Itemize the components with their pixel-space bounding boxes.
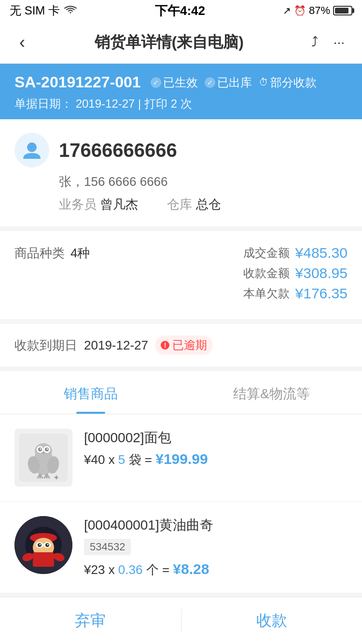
category-value: 4种 bbox=[70, 245, 90, 262]
status-bar: 无 SIM 卡 下午4:42 ↗ ⏰ 87% bbox=[0, 0, 362, 21]
product-name-1: [0000002]面包 bbox=[84, 429, 348, 447]
location-icon: ↗ bbox=[283, 5, 291, 16]
page-title: 销货单详情(来自电脑) bbox=[95, 32, 244, 53]
svg-point-9 bbox=[47, 448, 48, 450]
wifi-icon bbox=[64, 4, 77, 17]
product-equal-2: = bbox=[162, 562, 173, 577]
share-button[interactable]: ⤴ bbox=[308, 32, 321, 53]
banner-row2: 单据日期： 2019-12-27 | 打印 2 次 bbox=[14, 96, 348, 112]
product-total-2: ¥8.28 bbox=[173, 561, 209, 577]
due-section: 收款到期日 2019-12-27 ! 已逾期 bbox=[0, 324, 362, 366]
status-tag-effective: ✓ 已生效 bbox=[151, 75, 198, 90]
received-label: 收款金额 bbox=[243, 266, 290, 281]
received-value: ¥308.95 bbox=[295, 265, 348, 281]
alarm-icon: ⏰ bbox=[294, 5, 306, 16]
battery-icon bbox=[333, 6, 352, 15]
product-unit-1: 袋 bbox=[129, 452, 141, 467]
product-multiply-1: x bbox=[109, 452, 118, 467]
product-qty-2: 0.36 bbox=[118, 562, 143, 577]
sales-label: 业务员 bbox=[59, 196, 97, 213]
tab-sales-label: 销售商品 bbox=[64, 386, 118, 401]
nav-actions: ⤴ ··· bbox=[308, 32, 348, 53]
svg-point-29 bbox=[47, 544, 49, 546]
amount-label: 成交金额 bbox=[243, 245, 290, 261]
status-shipped-label: 已出库 bbox=[217, 75, 252, 90]
stats-right: 成交金额 ¥485.30 收款金额 ¥308.95 本单欠款 ¥176.35 bbox=[243, 245, 348, 306]
customer-top: 17666666666 bbox=[14, 133, 348, 168]
overdue-badge: ! 已逾期 bbox=[155, 336, 213, 355]
svg-point-0 bbox=[27, 142, 37, 152]
cancel-review-button[interactable]: 弃审 bbox=[0, 597, 181, 644]
avatar bbox=[14, 133, 49, 168]
svg-point-28 bbox=[40, 544, 41, 546]
amount-row: 成交金额 ¥485.30 bbox=[243, 245, 348, 261]
date-label: 单据日期： bbox=[14, 97, 72, 110]
product-price-1: ¥40 bbox=[84, 452, 105, 467]
bottom-bar: 弃审 收款 bbox=[0, 597, 362, 644]
stats-section: 商品种类 4种 成交金额 ¥485.30 收款金额 ¥308.95 本单欠款 ¥… bbox=[0, 231, 362, 319]
carrier-label: 无 SIM 卡 bbox=[10, 3, 60, 18]
sales-meta: 业务员 曾凡杰 bbox=[59, 196, 138, 213]
product-image-1: + bbox=[14, 429, 72, 487]
tab-settlement[interactable]: 结算&物流等 bbox=[181, 371, 362, 414]
status-right: ↗ ⏰ 87% bbox=[283, 4, 352, 17]
svg-rect-30 bbox=[33, 552, 54, 567]
debt-row: 本单欠款 ¥176.35 bbox=[243, 285, 348, 302]
svg-point-8 bbox=[40, 448, 42, 450]
product-unit-2: 个 bbox=[146, 562, 159, 577]
tabs-row: 销售商品 结算&物流等 bbox=[0, 371, 362, 414]
product-item-2: [000400001]黄油曲奇 534532 ¥23 x 0.36 个 = ¥8… bbox=[0, 502, 362, 593]
back-button[interactable]: ‹ bbox=[14, 28, 30, 57]
customer-meta: 业务员 曾凡杰 仓库 总仓 bbox=[14, 196, 348, 213]
category-label: 商品种类 bbox=[14, 245, 65, 262]
due-label: 收款到期日 bbox=[14, 337, 77, 354]
product-price-2: ¥23 bbox=[84, 562, 105, 577]
product-price-row-2: ¥23 x 0.36 个 = ¥8.28 bbox=[84, 561, 348, 578]
debt-value: ¥176.35 bbox=[295, 285, 348, 302]
category-row: 商品种类 4种 bbox=[14, 245, 90, 262]
amount-value: ¥485.30 bbox=[295, 245, 348, 261]
product-qty-1: 5 bbox=[118, 452, 125, 467]
product-tag-2: 534532 bbox=[84, 539, 131, 555]
print-info: | 打印 2 次 bbox=[138, 97, 192, 110]
status-time: 下午4:42 bbox=[155, 2, 205, 19]
tab-sales-products[interactable]: 销售商品 bbox=[0, 371, 181, 414]
status-tags: ✓ 已生效 ✓ 已出库 ⏱ 部分收款 bbox=[151, 75, 317, 90]
customer-name-phone: 张，156 6666 6666 bbox=[14, 173, 348, 190]
tab-settlement-label: 结算&物流等 bbox=[233, 386, 310, 401]
check-icon-2: ✓ bbox=[205, 77, 215, 88]
clock-icon: ⏱ bbox=[259, 77, 268, 88]
status-tag-partial: ⏱ 部分收款 bbox=[259, 75, 317, 90]
customer-phone: 17666666666 bbox=[59, 140, 177, 161]
check-icon-1: ✓ bbox=[151, 77, 161, 88]
order-id: SA-20191227-001 bbox=[14, 73, 141, 91]
overdue-dot-icon: ! bbox=[161, 341, 169, 350]
sales-value: 曾凡杰 bbox=[100, 196, 138, 213]
warehouse-value: 总仓 bbox=[196, 196, 221, 213]
status-left: 无 SIM 卡 bbox=[10, 3, 77, 18]
banner-row1: SA-20191227-001 ✓ 已生效 ✓ 已出库 ⏱ 部分收款 bbox=[14, 73, 348, 91]
header-banner: SA-20191227-001 ✓ 已生效 ✓ 已出库 ⏱ 部分收款 单据日期：… bbox=[0, 64, 362, 119]
received-row: 收款金额 ¥308.95 bbox=[243, 265, 348, 281]
product-item: + [0000002]面包 ¥40 x 5 袋 = ¥199.99 bbox=[0, 414, 362, 502]
product-total-1: ¥199.99 bbox=[155, 451, 208, 467]
debt-label: 本单欠款 bbox=[243, 286, 290, 301]
status-partial-label: 部分收款 bbox=[270, 75, 317, 90]
warehouse-meta: 仓库 总仓 bbox=[167, 196, 221, 213]
product-name-2: [000400001]黄油曲奇 bbox=[84, 516, 348, 534]
stats-left: 商品种类 4种 bbox=[14, 245, 90, 265]
due-date-value: 2019-12-27 bbox=[84, 338, 148, 353]
status-tag-shipped: ✓ 已出库 bbox=[205, 75, 252, 90]
order-date: 2019-12-27 bbox=[76, 97, 135, 110]
product-multiply-2: x bbox=[109, 562, 118, 577]
tabs-section: 销售商品 结算&物流等 bbox=[0, 371, 362, 414]
overdue-text: 已逾期 bbox=[172, 337, 207, 353]
products-section: + [0000002]面包 ¥40 x 5 袋 = ¥199.99 bbox=[0, 414, 362, 593]
product-price-row-1: ¥40 x 5 袋 = ¥199.99 bbox=[84, 451, 348, 468]
svg-text:+: + bbox=[54, 473, 58, 481]
collect-payment-button[interactable]: 收款 bbox=[181, 597, 362, 644]
product-info-2: [000400001]黄油曲奇 534532 ¥23 x 0.36 个 = ¥8… bbox=[84, 516, 348, 578]
product-info-1: [0000002]面包 ¥40 x 5 袋 = ¥199.99 bbox=[84, 429, 348, 487]
product-equal-1: = bbox=[145, 452, 155, 467]
more-button[interactable]: ··· bbox=[331, 32, 348, 53]
